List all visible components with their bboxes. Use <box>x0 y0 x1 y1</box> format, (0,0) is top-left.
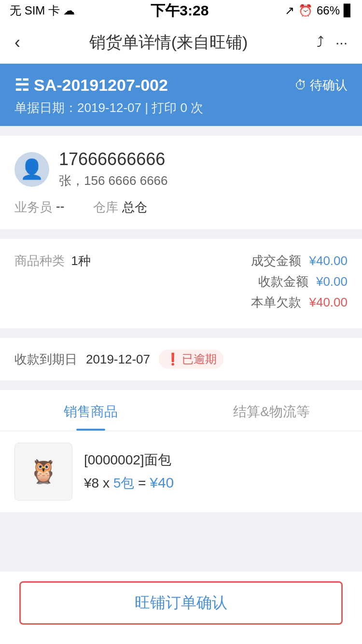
product-name: [0000002]面包 <box>84 451 348 469</box>
status-bar: 无 SIM 卡 ☁ 下午3:28 ↗ ⏰ 66% ▊ <box>0 0 362 21</box>
due-date-section: 收款到期日 2019-12-07 ❗ 已逾期 <box>0 338 362 380</box>
status-icon: ⏱ <box>294 78 307 93</box>
location-icon: ↗ <box>285 4 294 17</box>
warehouse-value: 总仓 <box>122 199 147 216</box>
back-button[interactable]: ‹ <box>14 32 20 53</box>
product-thumbnail: 🦉 <box>14 443 72 501</box>
salesperson-field: 业务员 -- <box>14 199 64 216</box>
amounts-section: 成交金额 ¥40.00 收款金额 ¥0.00 本单欠款 ¥40.00 <box>251 252 348 315</box>
status-left: 无 SIM 卡 ☁ <box>10 3 75 18</box>
no-sim-text: 无 SIM 卡 ☁ <box>10 3 75 18</box>
equals-sign: = <box>138 476 146 490</box>
product-details: [0000002]面包 ¥8 x 5包 = ¥40 <box>84 451 348 492</box>
customer-meta: 业务员 -- 仓库 总仓 <box>14 199 348 216</box>
product-price-row: ¥8 x 5包 = ¥40 <box>84 474 348 492</box>
tab-sales-products[interactable]: 销售商品 <box>0 390 181 431</box>
product-item: 🦉 [0000002]面包 ¥8 x 5包 = ¥40 <box>14 443 348 501</box>
tabs-bar: 销售商品 结算&物流等 <box>0 390 362 431</box>
order-id: ☵ SA-20191207-002 <box>14 75 168 95</box>
salesperson-label: 业务员 <box>14 199 52 216</box>
battery-text: 66% <box>317 4 340 17</box>
export-icon[interactable]: ⤴ <box>317 34 324 51</box>
product-section: 🦉 [0000002]面包 ¥8 x 5包 = ¥40 <box>0 431 362 512</box>
received-amount-label: 收款金额 <box>258 273 308 290</box>
customer-phone: 17666666666 <box>59 149 348 169</box>
price-unit: ¥8 <box>84 476 99 490</box>
warehouse-label: 仓库 <box>93 199 118 216</box>
salesperson-value: -- <box>56 199 64 216</box>
received-amount-value: ¥0.00 <box>316 274 348 289</box>
status-right: ↗ ⏰ 66% ▊ <box>285 4 352 17</box>
overdue-badge: ❗ 已逾期 <box>159 350 223 369</box>
deal-amount-value: ¥40.00 <box>309 253 348 268</box>
tab-settlement[interactable]: 结算&物流等 <box>181 390 362 431</box>
confirm-order-button[interactable]: 旺铺订单确认 <box>19 581 343 625</box>
person-icon: 👤 <box>20 158 44 181</box>
quantity: 5包 <box>113 476 135 490</box>
owed-amount-row: 本单欠款 ¥40.00 <box>251 294 348 311</box>
product-type-field: 商品种类 1种 <box>14 252 91 269</box>
warehouse-field: 仓库 总仓 <box>93 199 147 216</box>
owed-amount-value: ¥40.00 <box>309 295 348 310</box>
product-placeholder-icon: 🦉 <box>29 458 58 485</box>
product-type-value: 1种 <box>71 253 90 268</box>
owed-amount-label: 本单欠款 <box>251 294 301 311</box>
summary-section: 商品种类 1种 成交金额 ¥40.00 收款金额 ¥0.00 本单欠款 ¥40.… <box>0 239 362 328</box>
customer-name: 张，156 6666 6666 <box>59 172 348 189</box>
status-time: 下午3:28 <box>151 1 209 21</box>
page-title: 销货单详情(来自旺铺) <box>89 31 248 54</box>
battery-icon: ▊ <box>344 4 352 17</box>
customer-info: 17666666666 张，156 6666 6666 <box>59 149 348 189</box>
nav-actions: ⤴ ··· <box>317 34 348 51</box>
order-header: ☵ SA-20191207-002 ⏱ 待确认 单据日期：2019-12-07 … <box>0 64 362 126</box>
due-date-label: 收款到期日 <box>14 351 77 368</box>
more-icon[interactable]: ··· <box>335 34 348 51</box>
customer-section: 👤 17666666666 张，156 6666 6666 业务员 -- 仓库 … <box>0 136 362 229</box>
deal-amount-label: 成交金额 <box>251 252 301 269</box>
bottom-bar: 旺铺订单确认 <box>0 572 362 644</box>
nav-bar: ‹ 销货单详情(来自旺铺) ⤴ ··· <box>0 21 362 64</box>
deal-amount-row: 成交金额 ¥40.00 <box>251 252 348 269</box>
multiply-sign: x <box>103 476 110 490</box>
price-total: ¥40 <box>150 475 174 490</box>
avatar: 👤 <box>14 152 49 187</box>
overdue-icon: ❗ <box>166 352 180 366</box>
received-amount-row: 收款金额 ¥0.00 <box>251 273 348 290</box>
alarm-icon: ⏰ <box>298 4 313 17</box>
overdue-text: 已逾期 <box>182 351 217 367</box>
product-type-label: 商品种类 <box>14 253 65 268</box>
due-date-value: 2019-12-07 <box>86 352 150 367</box>
order-icon: ☵ <box>14 75 29 95</box>
order-status: ⏱ 待确认 <box>294 77 348 94</box>
order-date: 单据日期：2019-12-07 | 打印 0 次 <box>14 99 348 116</box>
